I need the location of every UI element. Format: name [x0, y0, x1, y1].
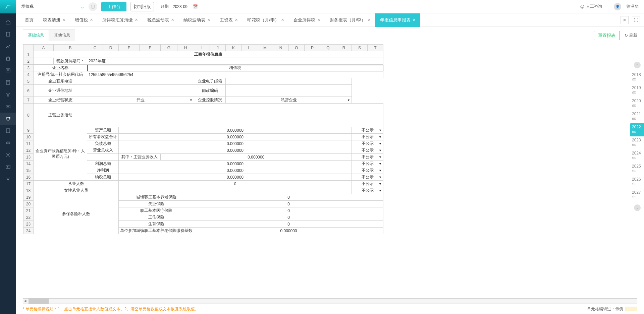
- row-header[interactable]: 13: [23, 154, 34, 161]
- row-header[interactable]: 3: [23, 65, 34, 71]
- note-button[interactable]: [89, 2, 97, 11]
- asset-label[interactable]: 负债总额: [87, 140, 119, 147]
- row-header[interactable]: 6: [23, 85, 34, 97]
- nav-home-icon[interactable]: [0, 16, 16, 28]
- row-header[interactable]: 21: [23, 207, 34, 214]
- tab-工资表[interactable]: 工资表✕: [215, 13, 243, 27]
- asset-value[interactable]: 0.000000: [119, 147, 352, 154]
- col-header-K[interactable]: K: [226, 45, 241, 51]
- insurance-label[interactable]: 工伤保险: [119, 214, 194, 221]
- employees-label[interactable]: 从业人数: [34, 181, 119, 187]
- mainbiz-value[interactable]: [87, 104, 383, 127]
- insurance-value[interactable]: 0: [194, 201, 383, 207]
- subtab-基础信息[interactable]: 基础信息: [23, 29, 49, 41]
- col-header-G[interactable]: G: [160, 45, 177, 51]
- col-header-D[interactable]: D: [103, 45, 119, 51]
- col-header-B[interactable]: B: [54, 45, 87, 51]
- nav-chart-icon[interactable]: [0, 40, 16, 52]
- switch-old-button[interactable]: 切到旧版: [130, 2, 154, 11]
- col-header-L[interactable]: L: [241, 45, 257, 51]
- cell[interactable]: [34, 58, 54, 65]
- asset-value[interactable]: 0.000000: [119, 134, 352, 140]
- spreadsheet[interactable]: ABCDEFGHIJKLMNOPQRST 1工商年报信息表2税款所属期间：202…: [23, 44, 637, 298]
- address-label[interactable]: 企业通信地址: [34, 85, 87, 97]
- row-header[interactable]: 14: [23, 161, 34, 167]
- assets-group-label[interactable]: 企业资产状况信息(币种：人民币万元): [34, 127, 87, 181]
- username[interactable]: 徐泽华: [627, 4, 639, 9]
- col-header-M[interactable]: M: [257, 45, 273, 51]
- nav-shirt-icon[interactable]: [0, 88, 16, 101]
- close-icon[interactable]: ✕: [62, 18, 65, 22]
- year-2024年[interactable]: 2024年: [630, 149, 644, 163]
- insurance-label[interactable]: 生育保险: [119, 221, 194, 228]
- sheet-title[interactable]: 工商年报信息表: [34, 51, 383, 58]
- row-header[interactable]: 1: [23, 51, 34, 58]
- row-header[interactable]: 10: [23, 134, 34, 140]
- close-icon[interactable]: ✕: [207, 18, 210, 22]
- postcode-value[interactable]: [226, 85, 352, 97]
- col-header-P[interactable]: P: [305, 45, 320, 51]
- col-header-A[interactable]: A: [34, 45, 54, 51]
- col-header-E[interactable]: E: [119, 45, 140, 51]
- close-icon[interactable]: ✕: [135, 18, 138, 22]
- asset-publicity[interactable]: 不公示▼: [352, 127, 383, 134]
- holding-label[interactable]: 企业控股情况: [194, 97, 226, 104]
- year-2018年[interactable]: 2018年: [630, 71, 644, 84]
- tab-税负波动表[interactable]: 税负波动表✕: [143, 13, 179, 27]
- tab-首页[interactable]: 首页: [20, 13, 38, 27]
- nav-v-icon[interactable]: [0, 173, 16, 185]
- close-icon[interactable]: ✕: [317, 18, 320, 22]
- female-value[interactable]: [119, 187, 352, 194]
- insurance-label[interactable]: 城镇职工基本养老保险: [119, 194, 194, 201]
- asset-publicity[interactable]: 不公示▼: [352, 154, 383, 161]
- employees-pub[interactable]: 不公示▼: [352, 181, 383, 187]
- asset-value[interactable]: 0.000000: [119, 127, 352, 134]
- year-up-button[interactable]: ⌃: [634, 62, 641, 68]
- col-header-J[interactable]: J: [210, 45, 226, 51]
- period-value-cell[interactable]: 2022年度: [87, 58, 383, 65]
- female-label[interactable]: 女性从业人员: [34, 187, 119, 194]
- row-header[interactable]: 15: [23, 167, 34, 174]
- phone-value[interactable]: [87, 78, 194, 85]
- subtab-其他信息[interactable]: 其他信息: [49, 29, 75, 41]
- tab-年报信息申报表[interactable]: 年报信息申报表✕: [375, 13, 420, 27]
- asset-publicity[interactable]: 不公示▼: [352, 174, 383, 181]
- refresh-button[interactable]: ↻ 刷新: [625, 33, 637, 38]
- nav-print-icon[interactable]: [0, 137, 16, 149]
- period-value[interactable]: 2023-09: [173, 4, 187, 9]
- row-header[interactable]: 18: [23, 187, 34, 194]
- insurance-value[interactable]: 0: [194, 194, 383, 201]
- regno-value[interactable]: 12554585554554656254: [87, 71, 383, 78]
- row-header[interactable]: 23: [23, 221, 34, 228]
- row-header[interactable]: 22: [23, 214, 34, 221]
- tab-纳税波动表[interactable]: 纳税波动表✕: [179, 13, 215, 27]
- asset-value[interactable]: 0.000000: [119, 161, 352, 167]
- year-2020年[interactable]: 2020年: [630, 97, 644, 110]
- corner-cell[interactable]: [23, 45, 34, 51]
- tab-所得税汇算清缴[interactable]: 所得税汇算清缴✕: [98, 13, 143, 27]
- year-2021年[interactable]: 2021年: [630, 110, 644, 123]
- asset-value[interactable]: 0.000000: [119, 167, 352, 174]
- female-pub[interactable]: 不公示▼: [352, 187, 383, 194]
- holding-value[interactable]: 私营企业▼: [226, 97, 352, 104]
- avatar-icon[interactable]: 👤: [614, 3, 621, 10]
- close-icon[interactable]: ✕: [171, 18, 174, 22]
- row-header[interactable]: 12: [23, 147, 34, 154]
- insurance-value[interactable]: 0: [194, 207, 383, 214]
- email-value[interactable]: [226, 78, 352, 85]
- status-label[interactable]: 企业经营状态: [34, 97, 87, 104]
- horizontal-scrollbar[interactable]: ◄: [23, 298, 637, 304]
- asset-value[interactable]: 0.000000: [160, 154, 352, 161]
- col-header-S[interactable]: S: [352, 45, 368, 51]
- reset-report-button[interactable]: 重置报表: [594, 31, 620, 40]
- asset-label[interactable]: 其中：主营业务收入: [119, 154, 161, 161]
- address-value[interactable]: [87, 85, 194, 97]
- nav-list-icon[interactable]: [0, 64, 16, 76]
- insurance-label[interactable]: 失业保险: [119, 201, 194, 207]
- close-icon[interactable]: ✕: [413, 18, 416, 22]
- row-header[interactable]: 17: [23, 181, 34, 187]
- year-down-button[interactable]: ⌄: [634, 204, 641, 211]
- phone-label[interactable]: 企业联系电话: [34, 78, 87, 85]
- asset-label[interactable]: 资产总额: [87, 127, 119, 134]
- col-header-N[interactable]: N: [273, 45, 289, 51]
